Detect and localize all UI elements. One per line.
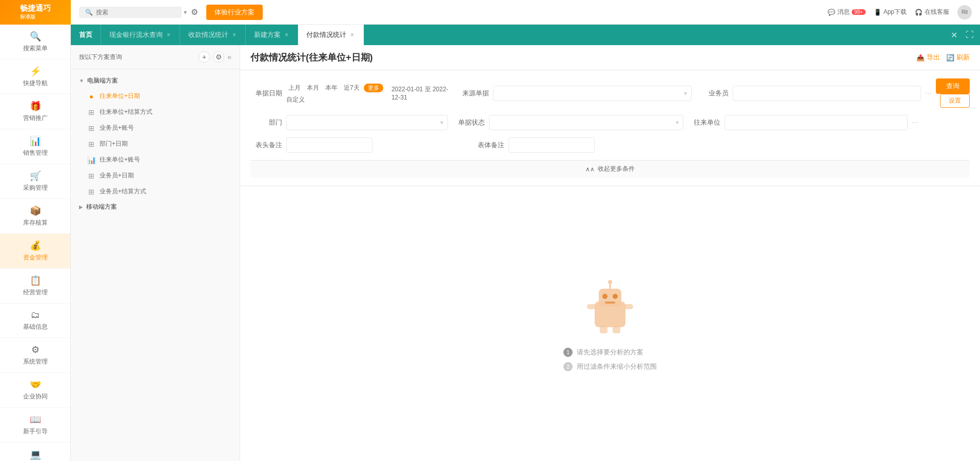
sidebar-item-finance[interactable]: 💰 资金管理	[0, 234, 70, 269]
user-avatar[interactable]: Rit	[957, 5, 972, 19]
system-icon: ⚙	[31, 344, 40, 355]
add-icon: +	[202, 53, 206, 61]
sidebar-item-system[interactable]: ⚙ 系统管理	[0, 338, 70, 373]
docstatus-select-area: ▾	[489, 115, 683, 130]
top-right-actions: 💬 消息 99+ 📱 App下载 🎧 在线客服 Rit	[828, 5, 980, 19]
sidebar-item-marketing[interactable]: 🎁 营销推广	[0, 94, 70, 129]
date-range-value[interactable]: 2022-01-01 至 2022-12-31	[391, 85, 452, 101]
scheme-item-dept-date[interactable]: ⊞ 部门+日期	[71, 136, 240, 152]
sidebar-item-quicknav[interactable]: ⚡ 快捷导航	[0, 59, 70, 94]
search-box[interactable]: 🔍	[79, 7, 182, 18]
svg-rect-4	[605, 302, 615, 304]
date-tab-this-month[interactable]: 本月	[305, 83, 321, 93]
hardware-icon: 💻	[30, 449, 41, 460]
scheme-item-counterpart-date[interactable]: ● 往来单位+日期	[71, 88, 240, 104]
sidebar-item-operations[interactable]: 📋 经营管理	[0, 269, 70, 304]
sales-icon: 📊	[30, 135, 41, 147]
empty-tip-1: 1 请先选择要分析的方案	[563, 348, 657, 357]
date-tab-last-month[interactable]: 上月	[286, 83, 303, 93]
tab-close-bank-flow[interactable]: ×	[166, 31, 171, 38]
trial-button[interactable]: 体验行业方案	[206, 5, 263, 20]
scheme-item-salesperson-account[interactable]: ⊞ 业务员+账号	[71, 120, 240, 136]
dept-select-arrow: ▾	[440, 119, 443, 126]
tab-bank-flow[interactable]: 现金银行流水查询 ×	[101, 25, 180, 45]
search-icon: 🔍	[85, 9, 93, 16]
page-content: 按以下方案查询 + ⚙ « ▼ 电脑端方案	[71, 45, 980, 461]
scheme-section: ▼ 电脑端方案 ● 往来单位+日期 ⊞ 往来单位+结算方式 ⊞ 业务员+账号	[71, 69, 240, 218]
messages-action[interactable]: 💬 消息 99+	[828, 8, 866, 16]
date-filter-area: 上月 本月 本年 近7天 更多 自定义 2022-01-01 至 2022-12…	[286, 83, 452, 104]
tab-close-receipt-stats[interactable]: ×	[231, 31, 237, 38]
inventory-icon: 📦	[30, 205, 41, 216]
salesperson-dots[interactable]: ···	[925, 89, 932, 98]
scheme-label-counterpart-settlement: 往来单位+结算方式	[100, 108, 152, 116]
scheme-item-counterpart-settlement[interactable]: ⊞ 往来单位+结算方式	[71, 104, 240, 120]
svg-rect-10	[613, 326, 620, 333]
tab-home[interactable]: 首页	[71, 25, 101, 45]
column-settings-button[interactable]: 设置	[940, 94, 970, 108]
headset-icon: 🎧	[915, 9, 923, 16]
page-title-actions: 📤 导出 🔄 刷新	[916, 53, 970, 62]
sidebar-item-basic-info[interactable]: 🗂 基础信息	[0, 304, 70, 338]
sidebar-item-sales[interactable]: 📊 销售管理	[0, 129, 70, 164]
scheme-grid-icon-2: ⊞	[87, 124, 95, 132]
desktop-scheme-group[interactable]: ▼ 电脑端方案	[71, 73, 240, 88]
search-input[interactable]	[96, 9, 175, 16]
query-button[interactable]: 查询	[936, 78, 970, 94]
date-tab-7days[interactable]: 近7天	[342, 83, 362, 93]
collapse-arrow-icon: ∧∧	[585, 166, 595, 173]
tab-close-new-scheme[interactable]: ×	[284, 31, 289, 38]
scheme-label-counterpart-account: 往来单位+账号	[100, 155, 140, 164]
counterpart-select[interactable]	[724, 115, 908, 130]
online-service-action[interactable]: 🎧 在线客服	[915, 8, 949, 16]
tip-text-1: 请先选择要分析的方案	[577, 348, 643, 357]
maximize-window-icon[interactable]: ⛶	[964, 28, 976, 42]
page-title: 付款情况统计(往来单位+日期)	[250, 51, 373, 64]
date-tab-custom[interactable]: 自定义	[286, 95, 305, 104]
add-scheme-button[interactable]: +	[199, 51, 210, 63]
sidebar-item-guide[interactable]: 📖 新手引导	[0, 408, 70, 443]
collaboration-icon: 🤝	[30, 379, 41, 390]
salesperson-select[interactable]	[733, 86, 920, 101]
docstatus-select-arrow: ▾	[676, 119, 679, 126]
sidebar-item-collaboration[interactable]: 🤝 企业协同	[0, 373, 70, 408]
date-tab-more[interactable]: 更多	[364, 84, 383, 92]
app-download-action[interactable]: 📱 App下载	[874, 8, 907, 16]
counterpart-area: ···	[724, 115, 918, 130]
source-select[interactable]: ▾	[493, 86, 692, 101]
sidebar-item-purchase[interactable]: 🛒 采购管理	[0, 164, 70, 199]
date-tab-this-year[interactable]: 本年	[323, 83, 340, 93]
scheme-item-salesperson-date[interactable]: ⊞ 业务员+日期	[71, 168, 240, 184]
close-window-icon[interactable]: ✕	[949, 28, 959, 42]
refresh-button[interactable]: 🔄 刷新	[946, 53, 970, 62]
svg-rect-7	[587, 304, 596, 309]
tab-new-scheme[interactable]: 新建方案 ×	[246, 25, 298, 45]
header-note-input[interactable]	[286, 137, 373, 153]
counterpart-dots[interactable]: ···	[912, 118, 918, 127]
empty-state: 1 请先选择要分析的方案 2 用过滤条件来缩小分析范围	[240, 186, 980, 461]
svg-point-6	[608, 280, 612, 284]
svg-point-2	[602, 294, 607, 299]
body-note-input[interactable]	[508, 137, 595, 153]
tab-payment-stats[interactable]: 付款情况统计 ×	[298, 25, 364, 45]
finance-icon: 💰	[30, 240, 41, 251]
scheme-grid-icon-4: ⊞	[87, 172, 95, 180]
sidebar-item-search[interactable]: 🔍 搜索菜单	[0, 25, 70, 59]
sidebar: 🔍 搜索菜单 ⚡ 快捷导航 🎁 营销推广 📊 销售管理 🛒 采购管理 📦 库存核…	[0, 25, 71, 461]
sidebar-item-inventory[interactable]: 📦 库存核算	[0, 199, 70, 234]
scheme-grid-icon-1: ⊞	[87, 108, 95, 116]
topbar-settings-button[interactable]: ⚙	[187, 5, 202, 19]
sidebar-item-hardware[interactable]: 💻 智能硬件	[0, 443, 70, 461]
mobile-scheme-group[interactable]: ▶ 移动端方案	[71, 199, 240, 214]
scheme-item-counterpart-account[interactable]: 📊 往来单位+账号	[71, 152, 240, 168]
tab-receipt-stats[interactable]: 收款情况统计 ×	[180, 25, 246, 45]
tab-close-payment-stats[interactable]: ×	[349, 31, 355, 38]
scheme-item-salesperson-settlement[interactable]: ⊞ 业务员+结算方式	[71, 184, 240, 199]
collapse-more-button[interactable]: ∧∧ 收起更多条件	[250, 160, 970, 177]
export-button[interactable]: 📤 导出	[916, 53, 940, 62]
docstatus-select[interactable]: ▾	[489, 115, 683, 130]
panel-collapse-button[interactable]: «	[227, 53, 231, 61]
logo-area: 畅捷通巧 标准版	[0, 0, 71, 25]
scheme-settings-button[interactable]: ⚙	[213, 51, 224, 63]
dept-select[interactable]: ▾	[286, 115, 448, 130]
